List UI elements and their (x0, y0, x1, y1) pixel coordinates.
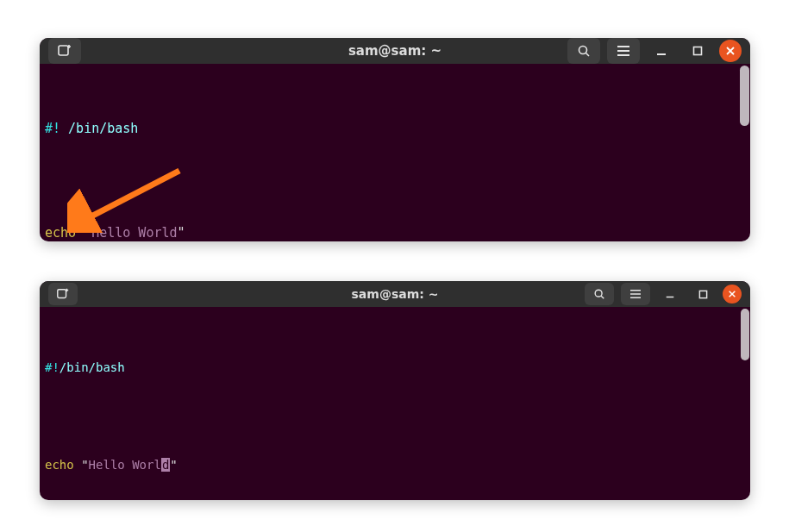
quote-close: " (170, 458, 177, 472)
shebang-path: /bin/bash (68, 121, 138, 136)
shebang-token: #! (45, 360, 59, 374)
close-button[interactable] (723, 285, 742, 304)
svg-point-16 (595, 290, 602, 297)
search-icon (593, 288, 605, 300)
echo-string-pre: Hello Worl (89, 458, 161, 472)
scrollbar-thumb[interactable] (740, 66, 749, 126)
cursor-on-char: d (161, 458, 170, 472)
terminal-window-1: sam@sam: ~ (40, 38, 750, 241)
new-tab-icon (57, 43, 72, 59)
menu-button[interactable] (607, 38, 640, 64)
svg-line-17 (601, 296, 604, 298)
svg-line-4 (586, 53, 590, 57)
minimize-icon (665, 289, 675, 299)
close-icon (725, 46, 736, 56)
svg-point-3 (579, 47, 587, 54)
shebang-path: /bin/bash (59, 360, 125, 374)
svg-rect-13 (58, 290, 66, 298)
maximize-icon (692, 46, 703, 56)
maximize-icon (698, 290, 708, 299)
minimize-icon (655, 45, 667, 57)
code-line-2: echo "Hello World" (45, 457, 745, 473)
search-icon (577, 44, 591, 58)
hamburger-icon (617, 45, 630, 57)
echo-string: Hello World (91, 225, 177, 241)
menu-button[interactable] (621, 283, 650, 305)
minimize-button[interactable] (657, 281, 683, 307)
terminal-body[interactable]: #!/bin/bash echo "Hello World" ~ ~ ~ ~ ~… (40, 307, 750, 500)
minimize-button[interactable] (647, 38, 676, 64)
new-tab-button[interactable] (48, 283, 78, 305)
shebang-token: #! (45, 121, 68, 136)
maximize-button[interactable] (690, 281, 716, 307)
search-button[interactable] (585, 283, 614, 305)
close-button[interactable] (719, 40, 742, 62)
svg-rect-0 (59, 46, 68, 55)
quote-close: " (178, 225, 185, 241)
maximize-button[interactable] (683, 38, 712, 64)
code-line-1: #!/bin/bash (45, 360, 745, 376)
new-tab-button[interactable] (48, 38, 81, 64)
svg-rect-9 (694, 47, 702, 55)
scrollbar-thumb[interactable] (741, 309, 749, 360)
terminal-window-2: sam@sam: ~ (40, 281, 750, 500)
echo-keyword: echo (45, 458, 74, 472)
quote-open: " (84, 225, 91, 241)
code-line-1: #! /bin/bash (45, 120, 745, 137)
hamburger-icon (629, 289, 642, 299)
blank-line (45, 408, 745, 424)
close-icon (728, 290, 736, 298)
titlebar: sam@sam: ~ (40, 281, 750, 307)
terminal-body[interactable]: #! /bin/bash echo "Hello World" ~ ~ ~ ~ … (40, 64, 750, 241)
new-tab-icon (56, 287, 70, 301)
quote-open: " (81, 458, 88, 472)
echo-keyword: echo (45, 225, 76, 241)
svg-rect-22 (699, 291, 706, 297)
titlebar: sam@sam: ~ (40, 38, 750, 64)
blank-line (45, 172, 745, 190)
code-line-2: echo "Hello World" (45, 224, 745, 241)
search-button[interactable] (567, 38, 600, 64)
